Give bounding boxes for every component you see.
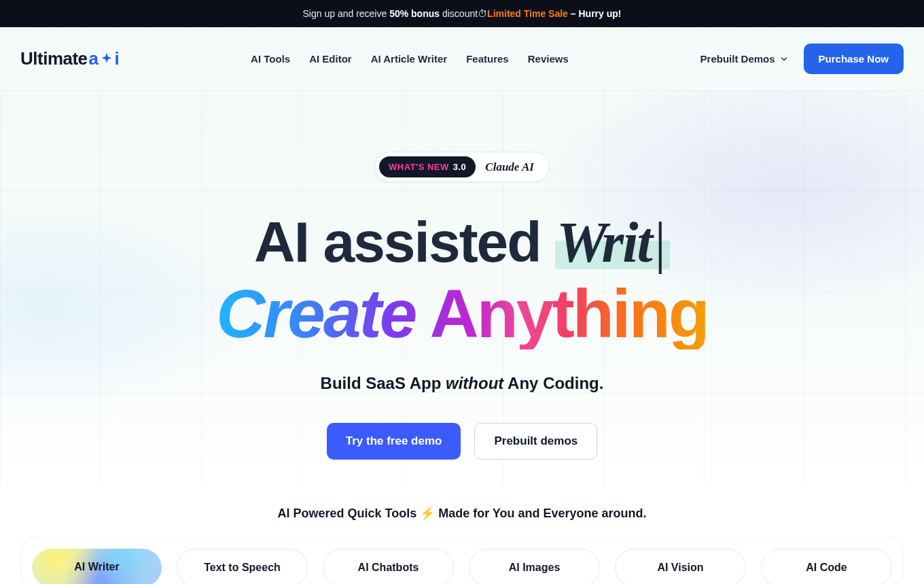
hero-sub-create: Create [216,275,415,351]
logo-text-ai: a i [89,48,120,69]
try-free-demo-button[interactable]: Try the free demo [327,423,461,460]
tool-ai-vision[interactable]: AI Vision [615,549,746,584]
whats-new-version: 3.0 [453,162,467,172]
tools-caption: AI Powered Quick Tools ⚡ Made for You an… [0,506,924,521]
hero-title: AI assisted Writ| [14,212,910,273]
logo[interactable]: Ultimate a i [20,48,119,69]
tool-ai-code[interactable]: AI Code [761,549,892,584]
sparkle-icon [99,52,114,67]
whats-new-text: WHAT'S NEW [389,162,449,172]
nav-ai-editor[interactable]: AI Editor [309,53,352,65]
header-actions: Prebuilt Demos Purchase Now [700,44,904,74]
logo-letter-a: a [89,48,99,69]
tool-ai-chatbots[interactable]: AI Chatbots [323,549,454,584]
main-nav: AI Tools AI Editor AI Article Writer Fea… [251,53,569,65]
tagline-before: Build SaaS App [321,374,446,392]
whats-new-feature: Claude AI [485,160,534,174]
prebuilt-demos-label: Prebuilt Demos [700,53,775,65]
tool-ai-images[interactable]: AI Images [469,549,600,584]
hero-sub-anything: Anything [415,275,707,351]
purchase-now-button[interactable]: Purchase Now [804,44,904,74]
site-header: Ultimate a i AI Tools AI Editor AI Artic… [0,27,924,90]
tagline-after: Any Coding. [503,374,603,392]
banner-prefix: Sign up and receive [303,8,390,19]
hero-cta-row: Try the free demo Prebuilt demos [14,423,910,460]
banner-spacer: – [568,8,579,19]
nav-ai-article-writer[interactable]: AI Article Writer [371,53,448,65]
tools-row: AI Writer Text to Speech AI Chatbots AI … [20,537,904,584]
hero-title-plain: AI assisted [254,210,541,274]
banner-hurry: Hurry up! [578,8,621,19]
chevron-down-icon [779,54,789,64]
promo-banner: Sign up and receive 50% bonus discount⏱L… [0,0,924,27]
hero-subtitle: Create Anything [216,278,708,349]
nav-features[interactable]: Features [466,53,509,65]
logo-letter-i: i [115,48,120,69]
banner-discount: discount [440,8,478,19]
whats-new-badge: WHAT'S NEW 3.0 [379,156,476,177]
hero-section: WHAT'S NEW 3.0 Claude AI AI assisted Wri… [0,90,924,487]
timer-icon: ⏱ [478,8,487,19]
tagline-em: without [446,374,503,392]
tool-ai-writer[interactable]: AI Writer [32,549,162,584]
whats-new-pill[interactable]: WHAT'S NEW 3.0 Claude AI [374,152,550,182]
prebuilt-demos-button[interactable]: Prebuilt demos [474,423,597,460]
hero-tagline: Build SaaS App without Any Coding. [14,374,910,393]
tool-text-to-speech[interactable]: Text to Speech [177,549,308,584]
hero-title-script: Writ| [555,211,670,274]
typing-caret: | [652,211,666,274]
logo-text-main: Ultimate [20,48,88,69]
nav-ai-tools[interactable]: AI Tools [251,53,290,65]
nav-reviews[interactable]: Reviews [528,53,569,65]
hero-title-script-word: Writ [556,211,652,274]
banner-bonus: 50% bonus [389,8,440,19]
banner-sale: Limited Time Sale [487,8,568,19]
prebuilt-demos-dropdown[interactable]: Prebuilt Demos [700,53,789,65]
